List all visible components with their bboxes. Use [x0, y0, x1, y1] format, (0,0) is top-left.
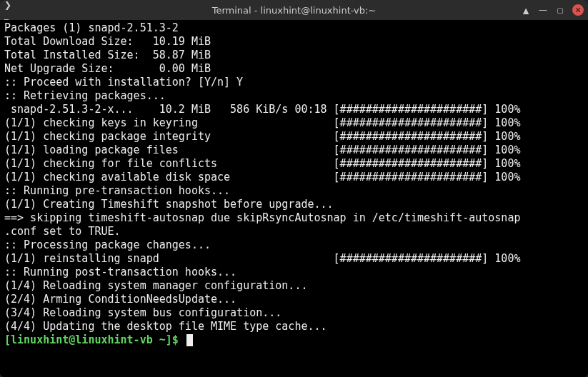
terminal-line: Net Upgrade Size: 0.00 MiB [4, 62, 584, 76]
terminal-line: (1/1) checking package integrity [######… [4, 130, 584, 144]
terminal-line: :: Running post-transaction hooks... [4, 266, 584, 279]
terminal-line: :: Processing package changes... [4, 238, 584, 252]
terminal-line: Total Download Size: 10.19 MiB [4, 35, 584, 49]
terminal-line: (1/1) reinstalling snapd [##############… [4, 252, 584, 266]
terminal-icon: ❯_ [4, 5, 14, 15]
terminal-line: :: Running pre-transaction hooks... [4, 184, 584, 198]
terminal-line: (2/4) Arming ConditionNeedsUpdate... [4, 293, 584, 306]
terminal-line: (1/1) loading package files [###########… [4, 144, 584, 157]
terminal-line: Total Installed Size: 58.87 MiB [4, 49, 584, 62]
terminal-line: Packages (1) snapd-2.51.3-2 [4, 21, 584, 35]
terminal-line: snapd-2.51.3-2-x... 10.2 MiB 586 KiB/s 0… [4, 103, 584, 116]
terminal-line: (3/4) Reloading system bus configuration… [4, 306, 584, 320]
terminal-line: :: Retrieving packages... [4, 89, 584, 103]
terminal-line: (4/4) Updating the desktop file MIME typ… [4, 320, 584, 333]
window-title: Terminal - linuxhint@linuxhint-vb:~ [0, 5, 588, 16]
terminal-line: (1/4) Reloading system manager configura… [4, 279, 584, 293]
terminal-body[interactable]: Packages (1) snapd-2.51.3-2Total Downloa… [0, 20, 588, 377]
prompt-line[interactable]: [linuxhint@linuxhint-vb ~]$ [4, 333, 584, 347]
keep-on-top-icon[interactable]: ▲ [521, 5, 531, 15]
terminal-window: ❯_ Terminal - linuxhint@linuxhint-vb:~ ▲… [0, 0, 588, 377]
terminal-line: (1/1) checking available disk space [###… [4, 171, 584, 184]
terminal-line: (1/1) checking keys in keyring [########… [4, 116, 584, 130]
minimize-button[interactable]: — [538, 5, 548, 15]
terminal-line: (1/1) checking for file conflicts [#####… [4, 157, 584, 171]
titlebar[interactable]: ❯_ Terminal - linuxhint@linuxhint-vb:~ ▲… [0, 0, 588, 20]
close-button[interactable]: ✕ [572, 4, 584, 16]
terminal-line: (1/1) Creating Timeshift snapshot before… [4, 198, 584, 211]
cursor [186, 334, 193, 346]
terminal-line: ==> skipping timeshift-autosnap due skip… [4, 211, 584, 225]
prompt-dollar: $ [172, 333, 185, 346]
maximize-button[interactable]: ▢ [555, 5, 565, 15]
terminal-line: :: Proceed with installation? [Y/n] Y [4, 76, 584, 89]
terminal-line: .conf set to TRUE. [4, 225, 584, 238]
prompt-prefix: [linuxhint@linuxhint-vb ~] [4, 333, 172, 346]
